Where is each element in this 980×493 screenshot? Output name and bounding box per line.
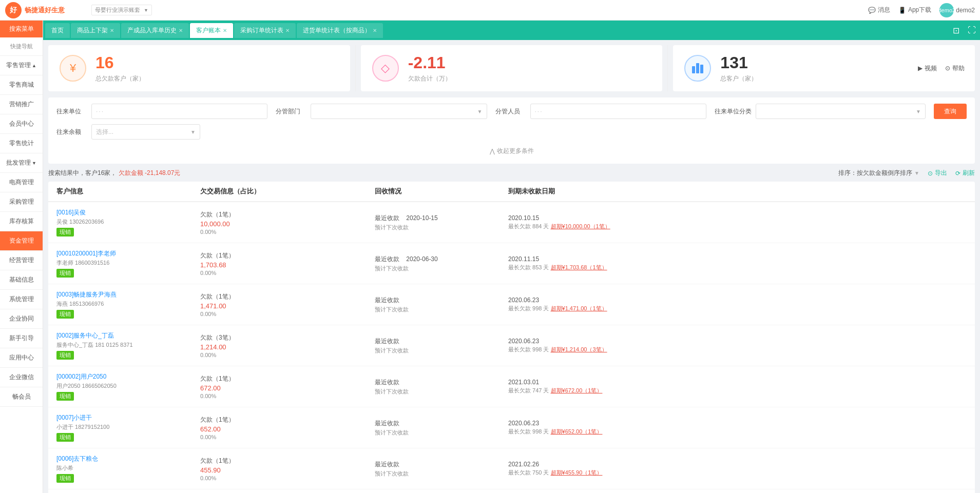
tab-restore-icon[interactable]: ⊡ bbox=[951, 26, 962, 35]
tab-close-icon[interactable]: ✕ bbox=[179, 28, 183, 33]
recovery-info-0: 最近收款 2020-10-15 预计下次收款 bbox=[375, 214, 508, 231]
sidebar-item-quick-nav[interactable]: 快捷导航 bbox=[0, 37, 43, 56]
filter-area: 往来单位 ··· 分管部门 ▼ bbox=[48, 97, 975, 164]
tab-home[interactable]: 首页 bbox=[45, 23, 70, 38]
refresh-button[interactable]: ⟳ 刷新 bbox=[955, 169, 975, 178]
customer-name-4[interactable]: [000002]用户2050 bbox=[56, 372, 200, 381]
recovery-info-6: 最近收款 预计下次收款 bbox=[375, 460, 508, 478]
next-collection-4: 预计下次收款 bbox=[375, 388, 508, 396]
recovery-info-4: 最近收款 预计下次收款 bbox=[375, 378, 508, 396]
chevron-down-icon: ▼ bbox=[32, 161, 36, 166]
tab-purchase-order[interactable]: 采购订单统计表 ✕ bbox=[234, 23, 296, 38]
user-avatar[interactable]: demo2 demo2 bbox=[939, 3, 975, 17]
sidebar-item-member-plus[interactable]: 畅会员 bbox=[0, 387, 43, 407]
sidebar-item-marketing[interactable]: 营销推广 bbox=[0, 95, 43, 114]
video-icon: ▶ bbox=[918, 65, 923, 72]
sidebar-item-purchase[interactable]: 采购管理 bbox=[0, 192, 43, 212]
content-area: 首页 商品上下架 ✕ 产成品入库单历史 ✕ 客户账本 ✕ 采购订单统计表 ✕ bbox=[43, 21, 980, 493]
sidebar-item-finance[interactable]: 资金管理 bbox=[0, 231, 43, 251]
sidebar-item-basics[interactable]: 基础信息 bbox=[0, 270, 43, 290]
balance-select[interactable]: 选择... ▼ bbox=[91, 124, 200, 140]
sidebar-item-inventory[interactable]: 库存核算 bbox=[0, 212, 43, 231]
overdue-link-1[interactable]: 超期¥1,703.68（1笔） bbox=[551, 264, 607, 270]
sidebar-item-retail-store[interactable]: 零售商城 bbox=[0, 75, 43, 95]
filter-row-1: 往来单位 ··· 分管部门 ▼ bbox=[56, 104, 967, 119]
company-selector[interactable]: 母婴行业演示账套 ▼ bbox=[91, 5, 152, 15]
collapse-button[interactable]: ⋀ 收起更多条件 bbox=[56, 145, 967, 157]
dept-select[interactable]: ▼ bbox=[311, 104, 487, 119]
table-row: [0002]服务中心_丁磊 服务中心_丁磊 181 0125 8371 现销 欠… bbox=[48, 325, 975, 366]
overdue-link-5[interactable]: 超期¥652.00（1笔） bbox=[551, 428, 603, 435]
stat-divider-2 bbox=[667, 45, 668, 91]
total-customers-value: 131 bbox=[720, 53, 757, 72]
tab-production-history[interactable]: 产成品入库单历史 ✕ bbox=[121, 23, 189, 38]
help-button[interactable]: ⊙ 帮助 bbox=[945, 64, 965, 73]
customer-tag-6: 现销 bbox=[56, 474, 74, 483]
sidebar-item-newbie[interactable]: 新手引导 bbox=[0, 329, 43, 348]
sidebar-item-batch-mgmt[interactable]: 批发管理 ▼ bbox=[0, 153, 43, 173]
next-collection-2: 预计下次收款 bbox=[375, 306, 508, 313]
manager-input[interactable]: ··· bbox=[530, 104, 706, 119]
stats-row: ¥ 16 总欠款客户（家） ◇ -2.11 bbox=[48, 45, 975, 91]
building-icon bbox=[684, 55, 711, 82]
overdue-link-4[interactable]: 超期¥672.00（1笔） bbox=[551, 387, 603, 393]
stat-icon-amount: ◇ bbox=[371, 54, 400, 83]
sidebar-item-retail-mgmt[interactable]: 零售管理 ▲ bbox=[0, 56, 43, 75]
sort-select[interactable]: 排序：按欠款金额倒序排序 ▼ bbox=[838, 169, 919, 178]
customer-name-2[interactable]: [0003]畅捷服务尹海燕 bbox=[56, 290, 200, 299]
recovery-info-1: 最近收款 2020-06-30 预计下次收款 bbox=[375, 255, 508, 272]
stat-info-total: 131 总客户（家） bbox=[720, 53, 757, 83]
manager-label: 分管人员 bbox=[495, 107, 526, 116]
last-collection-1: 最近收款 2020-06-30 bbox=[375, 255, 508, 264]
dept-chevron-icon: ▼ bbox=[477, 109, 483, 114]
sidebar-item-ecommerce[interactable]: 电商管理 bbox=[0, 173, 43, 192]
sidebar-item-wechat[interactable]: 企业微信 bbox=[0, 368, 43, 387]
overdue-link-0[interactable]: 超期¥10,000.00（1笔） bbox=[551, 223, 610, 229]
svg-rect-2 bbox=[700, 65, 703, 73]
logo-area: 好 畅捷通好生意 bbox=[5, 2, 87, 18]
overdue-link-6[interactable]: 超期¥455.90（1笔） bbox=[551, 469, 603, 476]
tab-close-icon[interactable]: ✕ bbox=[223, 28, 227, 33]
app-download-button[interactable]: 📱 App下载 bbox=[898, 6, 931, 14]
sidebar-item-system[interactable]: 系统管理 bbox=[0, 290, 43, 309]
search-menu-button[interactable]: 搜索菜单 bbox=[0, 21, 43, 37]
customer-name-1[interactable]: [00010200001]李老师 bbox=[56, 249, 200, 258]
due-date-2: 2020.06.23 bbox=[508, 297, 967, 304]
stat-info-debt: 16 总欠款客户（家） bbox=[95, 53, 145, 83]
customer-name-0[interactable]: [0016]吴俊 bbox=[56, 208, 200, 217]
tab-close-icon[interactable]: ✕ bbox=[110, 28, 114, 33]
sidebar-item-enterprise[interactable]: 企业协同 bbox=[0, 309, 43, 329]
top-bar: 好 畅捷通好生意 母婴行业演示账套 ▼ 💬 消息 📱 App下载 demo2 d… bbox=[0, 0, 980, 21]
customer-name-6[interactable]: [0006]去下粮仓 bbox=[56, 455, 200, 463]
stat-card-total-customers: 131 总客户（家） ▶ 视频 ⊙ 帮助 bbox=[673, 45, 975, 91]
message-button[interactable]: 💬 消息 bbox=[868, 6, 890, 14]
overdue-link-2[interactable]: 超期¥1,471.00（1笔） bbox=[551, 305, 607, 311]
tab-inbound-stats[interactable]: 进货单统计表（按商品） ✕ bbox=[297, 23, 383, 38]
debt-amount-2: 1,471.00 bbox=[200, 302, 375, 310]
balance-placeholder: 选择... bbox=[96, 128, 113, 136]
sidebar-item-ops[interactable]: 经营管理 bbox=[0, 251, 43, 270]
unit-category-select[interactable]: ▼ bbox=[756, 104, 926, 119]
source-unit-input[interactable]: ··· bbox=[91, 104, 267, 119]
source-unit-dots: ··· bbox=[96, 108, 104, 115]
tab-customer-account[interactable]: 客户账本 ✕ bbox=[190, 23, 233, 38]
overdue-info-0: 最长欠款 884 天 超期¥10,000.00（1笔） bbox=[508, 223, 967, 230]
tab-fullscreen-icon[interactable]: ⛶ bbox=[966, 26, 978, 35]
debt-count-3: 欠款（3笔） bbox=[200, 333, 375, 342]
customer-name-3[interactable]: [0002]服务中心_丁磊 bbox=[56, 331, 200, 340]
customer-tag-2: 现销 bbox=[56, 310, 74, 319]
customer-name-5[interactable]: [0007]小进干 bbox=[56, 413, 200, 422]
stat-divider-1 bbox=[355, 45, 356, 91]
tab-close-icon[interactable]: ✕ bbox=[285, 28, 290, 33]
sidebar-item-member-center[interactable]: 会员中心 bbox=[0, 114, 43, 134]
tab-product-listing[interactable]: 商品上下架 ✕ bbox=[71, 23, 120, 38]
last-collection-3: 最近收款 bbox=[375, 337, 508, 346]
sidebar-item-apps[interactable]: 应用中心 bbox=[0, 348, 43, 368]
tab-close-icon[interactable]: ✕ bbox=[373, 28, 377, 33]
search-button[interactable]: 查询 bbox=[934, 104, 967, 119]
sidebar-item-retail-stats[interactable]: 零售统计 bbox=[0, 134, 43, 153]
video-button[interactable]: ▶ 视频 bbox=[918, 64, 937, 73]
debt-amount-1: 1,703.68 bbox=[200, 261, 375, 269]
export-button[interactable]: ⊙ 导出 bbox=[928, 169, 947, 178]
overdue-link-3[interactable]: 超期¥1,214.00（3笔） bbox=[551, 346, 607, 352]
